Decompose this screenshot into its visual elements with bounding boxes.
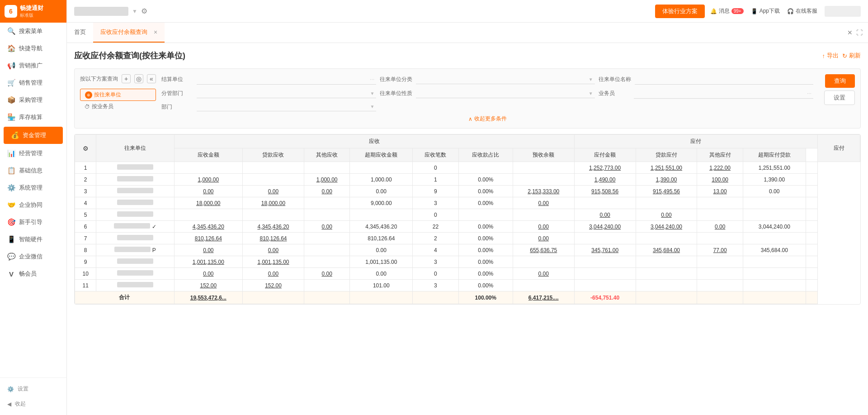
- tab-ar-ap[interactable]: 应收应付余额查询 ×: [93, 23, 165, 43]
- row-ar-credit[interactable]: 0.00: [243, 244, 304, 256]
- notice-btn[interactable]: 🔔 消息 99+: [710, 7, 744, 15]
- row-ap-credit[interactable]: 1,251,551.00: [636, 162, 697, 174]
- row-ar-amount[interactable]: 0.00: [174, 186, 242, 197]
- sidebar-item-hardware[interactable]: 📱 智能硬件: [0, 231, 66, 248]
- sidebar-collapse-btn[interactable]: ◀ 收起: [0, 396, 66, 411]
- sidebar-item-purchase[interactable]: 📦 采购管理: [0, 91, 66, 109]
- row-ar-amount[interactable]: 4,345,436.20: [174, 221, 242, 233]
- online-service-btn[interactable]: 🎧 在线客服: [787, 7, 817, 15]
- promo-button[interactable]: 体验行业方案: [655, 5, 705, 18]
- row-ap-credit[interactable]: 0.00: [636, 209, 697, 221]
- row-ar-amount[interactable]: 0.00: [174, 244, 242, 256]
- row-ap-credit[interactable]: 915,495.56: [636, 186, 697, 197]
- form-partner-name: 往来单位名称: [599, 74, 813, 85]
- sidebar-item-member[interactable]: V 畅会员: [0, 265, 66, 282]
- set-button[interactable]: 设置: [824, 91, 855, 105]
- sidebar-settings-btn[interactable]: ⚙️ 设置: [0, 382, 66, 396]
- row-ap-overdue: [743, 197, 806, 209]
- row-ap-other[interactable]: 100.00: [697, 174, 743, 186]
- close-window-icon[interactable]: ✕: [847, 29, 853, 36]
- dept-select[interactable]: ▼: [197, 102, 376, 111]
- sidebar-item-enterprise[interactable]: 🤝 企业协同: [0, 196, 66, 214]
- app-download-btn[interactable]: 📱 App下载: [751, 7, 780, 15]
- row-ar-amount[interactable]: 1,001,135.00: [174, 256, 242, 268]
- row-ar-other[interactable]: 0.00: [304, 221, 349, 233]
- sidebar-item-inventory[interactable]: 🏪 库存核算: [0, 109, 66, 126]
- sidebar-item-search[interactable]: 🔍 搜索菜单: [0, 23, 66, 40]
- row-ar-other: [304, 280, 349, 291]
- tab-close-button[interactable]: ×: [154, 29, 157, 36]
- jiesuan-unit-input[interactable]: ···: [197, 74, 376, 85]
- export-button[interactable]: ↑ 导出: [822, 52, 839, 60]
- footer-ar-prepay[interactable]: 6,417,215....: [513, 291, 574, 304]
- row-ar-amount[interactable]: 0.00: [174, 268, 242, 280]
- download-icon: 📱: [751, 8, 758, 14]
- row-ar-credit[interactable]: 18,000.00: [243, 197, 304, 209]
- sidebar-item-operations[interactable]: 📊 经营管理: [0, 145, 66, 162]
- query-button[interactable]: 查询: [825, 74, 855, 88]
- row-ar-prepay[interactable]: 0.00: [513, 221, 574, 233]
- col-settings[interactable]: ⚙: [75, 135, 96, 162]
- header-right: 🔔 消息 99+ 📱 App下载 🎧 在线客服: [710, 6, 861, 17]
- row-ar-credit[interactable]: 0.00: [243, 268, 304, 280]
- row-ar-credit[interactable]: 1,001,135.00: [243, 256, 304, 268]
- sidebar-item-guide[interactable]: 🎯 新手引导: [0, 214, 66, 231]
- row-ap-amount[interactable]: 1,252,773.00: [574, 162, 636, 174]
- query-add-btn[interactable]: +: [122, 74, 131, 83]
- row-ap-other[interactable]: 1,222.00: [697, 162, 743, 174]
- footer-ap-extra: [806, 291, 818, 304]
- sidebar-item-basics[interactable]: 📋 基础信息: [0, 162, 66, 179]
- row-ar-credit[interactable]: 152.00: [243, 280, 304, 291]
- row-ap-credit[interactable]: 3,044,240.00: [636, 221, 697, 233]
- row-ap-amount[interactable]: 345,761.00: [574, 244, 636, 256]
- sidebar-item-system[interactable]: ⚙️ 系统管理: [0, 179, 66, 196]
- row-ar-credit[interactable]: 810,126.64: [243, 233, 304, 244]
- refresh-button[interactable]: ↻ 刷新: [842, 52, 861, 60]
- row-ap-amount[interactable]: 0.00: [574, 209, 636, 221]
- partner-category-select[interactable]: ▼: [416, 75, 594, 84]
- sidebar-item-marketing[interactable]: 📢 营销推广: [0, 57, 66, 74]
- user-avatar[interactable]: [825, 6, 861, 17]
- fen-dept-select[interactable]: ▼: [197, 89, 376, 98]
- scheme-partner-btn[interactable]: ⊕ 按往来单位: [80, 89, 156, 101]
- sidebar-item-sales[interactable]: 🛒 销售管理: [0, 74, 66, 91]
- row-ap-credit[interactable]: 1,390.00: [636, 174, 697, 186]
- row-ar-prepay[interactable]: 2,153,333.00: [513, 186, 574, 197]
- row-ap-amount[interactable]: 3,044,240.00: [574, 221, 636, 233]
- scheme-salesman-btn[interactable]: ⏱ 按业务员: [80, 101, 156, 112]
- row-ar-amount[interactable]: 1,000.00: [174, 174, 242, 186]
- row-ap-other[interactable]: 13.00: [697, 186, 743, 197]
- sidebar-item-finance[interactable]: 💰 资金管理: [4, 127, 63, 144]
- partner-nature-select[interactable]: ▼: [416, 89, 594, 98]
- row-ap-amount[interactable]: 1,490.00: [574, 174, 636, 186]
- row-ap-other[interactable]: 0.00: [697, 221, 743, 233]
- row-ar-credit[interactable]: 0.00: [243, 186, 304, 197]
- salesman-select[interactable]: ···: [634, 88, 813, 99]
- collapse-more-btn[interactable]: ∧ 收起更多条件: [468, 115, 507, 123]
- row-ar-prepay[interactable]: 655,636.75: [513, 244, 574, 256]
- sidebar-item-nav[interactable]: 🏠 快捷导航: [0, 40, 66, 57]
- row-ap-other[interactable]: 77.00: [697, 244, 743, 256]
- partner-name-input[interactable]: [635, 74, 813, 85]
- query-target-btn[interactable]: ◎: [134, 74, 143, 83]
- gear-settings-icon[interactable]: ⚙: [141, 7, 147, 15]
- row-ar-prepay[interactable]: 0.00: [513, 233, 574, 244]
- sidebar-item-wechat[interactable]: 💬 企业微信: [0, 248, 66, 265]
- row-ar-prepay[interactable]: 0.00: [513, 197, 574, 209]
- row-ar-other[interactable]: 1,000.00: [304, 174, 349, 186]
- row-ap-credit[interactable]: 345,684.00: [636, 244, 697, 256]
- footer-ar-amount[interactable]: 19,553,472,6...: [174, 291, 242, 304]
- row-ar-credit[interactable]: 4,345,436.20: [243, 221, 304, 233]
- row-ap-amount[interactable]: 915,508.56: [574, 186, 636, 197]
- row-ar-amount[interactable]: 152.00: [174, 280, 242, 291]
- col-ar-other: 其他应收: [304, 148, 349, 162]
- expand-icon[interactable]: ⛶: [856, 29, 863, 36]
- row-ar-amount[interactable]: 18,000.00: [174, 197, 242, 209]
- row-ar-prepay[interactable]: 0.00: [513, 268, 574, 280]
- query-back-btn[interactable]: «: [147, 74, 156, 83]
- row-ar-other[interactable]: 0.00: [304, 268, 349, 280]
- row-ar-amount[interactable]: 810,126.64: [174, 233, 242, 244]
- tab-home[interactable]: 首页: [67, 23, 93, 43]
- sidebar-item-label: 企业协同: [19, 201, 42, 209]
- row-ar-other[interactable]: 0.00: [304, 186, 349, 197]
